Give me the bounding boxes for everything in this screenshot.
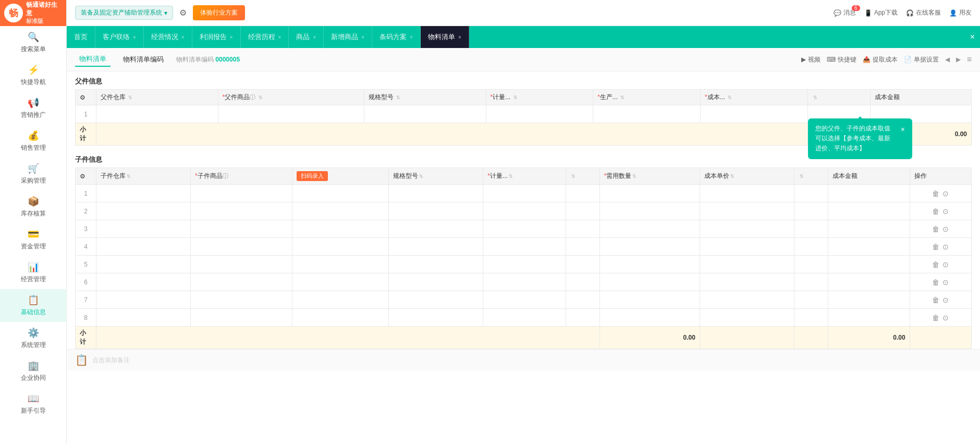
tab-operations[interactable]: 经营情况 × [144,26,192,48]
child-spec-cell-6[interactable] [389,273,483,291]
child-product-cell-6[interactable] [190,273,292,291]
close-tab-products[interactable]: × [313,34,316,40]
close-tab-operations[interactable]: × [181,34,185,40]
tab-customer[interactable]: 客户联络 × [95,26,144,48]
child-req-qty-cell-2[interactable] [599,202,700,220]
delete-row-btn[interactable]: 🗑 [932,314,939,322]
child-spec-cell-1[interactable] [389,185,483,202]
sidebar-item-sales[interactable]: 💰 销售管理 [0,125,66,158]
extract-cost-btn[interactable]: 📤 提取成本 [863,55,898,64]
close-tab-profit[interactable]: × [230,34,233,40]
parent-spec-cell[interactable] [364,105,486,123]
sidebar-item-inventory[interactable]: 📦 库存核算 [0,190,66,223]
child-spec-cell-2[interactable] [389,202,483,220]
tooltip-close-btn[interactable]: × [901,124,905,135]
tab-products[interactable]: 商品 × [289,26,324,48]
sidebar-item-finance[interactable]: 💳 资金管理 [0,223,66,256]
parent-cost-cell[interactable] [701,105,808,123]
copy-row-btn[interactable]: ⊙ [942,207,949,215]
app-download-btn[interactable]: 📱 App下载 [864,8,898,17]
sub-tab-bom-code[interactable]: 物料清单编码 [119,53,168,66]
online-service-btn[interactable]: 🎧 在线客服 [906,8,941,17]
parent-production-cell[interactable] [593,105,701,123]
delete-row-btn[interactable]: 🗑 [932,243,939,251]
user-btn[interactable]: 👤 用友 [949,8,972,17]
experience-btn[interactable]: 体验行业方案 [193,5,245,20]
sub-tab-bom-list[interactable]: 物料清单 [75,52,111,67]
delete-row-btn[interactable]: 🗑 [932,278,939,286]
child-unit-cell-3[interactable] [483,220,566,238]
copy-row-btn[interactable]: ⊙ [942,260,949,269]
video-btn[interactable]: ▶ 视频 [801,55,820,64]
child-unit-cell-1[interactable] [483,185,566,202]
copy-row-btn[interactable]: ⊙ [942,296,949,304]
child-req-qty-cell-4[interactable] [599,238,700,256]
child-spec-cell-7[interactable] [389,291,483,309]
copy-row-btn[interactable]: ⊙ [942,314,949,322]
child-spec-cell-5[interactable] [389,256,483,273]
child-req-qty-cell-8[interactable] [599,309,700,327]
tab-barcode[interactable]: 条码方案 × [372,26,421,48]
system-selector[interactable]: 装备及固定资产辅助管理系统 ▾ [75,6,173,20]
child-warehouse-cell-1[interactable] [96,185,191,202]
parent-unit-cell[interactable] [486,105,593,123]
sidebar-item-basic-info[interactable]: 📋 基础信息 [0,289,66,322]
sidebar-item-system[interactable]: ⚙️ 系统管理 [0,322,66,355]
sidebar-item-search[interactable]: 🔍 搜索菜单 [0,26,66,59]
close-tab-barcode[interactable]: × [410,34,413,40]
delete-row-btn[interactable]: 🗑 [932,260,939,269]
single-settings-btn[interactable]: 📄 单据设置 [904,55,939,64]
child-product-cell-1[interactable] [190,185,292,202]
child-spec-cell-8[interactable] [389,309,483,327]
sidebar-item-operations[interactable]: 📊 经营管理 [0,256,66,289]
sidebar-item-purchase[interactable]: 🛒 采购管理 [0,158,66,190]
sidebar-item-marketing[interactable]: 📢 营销推广 [0,92,66,125]
delete-row-btn[interactable]: 🗑 [932,296,939,304]
child-unit-cell-5[interactable] [483,256,566,273]
copy-row-btn[interactable]: ⊙ [942,225,949,233]
child-product-cell-8[interactable] [190,309,292,327]
child-unit-cell-8[interactable] [483,309,566,327]
messages-btn[interactable]: 💬 消息 6 [834,8,856,17]
copy-row-btn[interactable]: ⊙ [942,189,949,198]
nav-prev[interactable]: ◀ [945,56,950,63]
child-spec-cell-4[interactable] [389,238,483,256]
close-tab-history[interactable]: × [278,34,281,40]
child-warehouse-cell-3[interactable] [96,220,191,238]
sidebar-item-guide[interactable]: 📖 新手引导 [0,388,66,421]
child-warehouse-cell-8[interactable] [96,309,191,327]
child-product-cell-5[interactable] [190,256,292,273]
tab-profit[interactable]: 利润报告 × [192,26,241,48]
child-req-qty-cell-5[interactable] [599,256,700,273]
parent-product-cell[interactable] [218,105,364,123]
child-spec-cell-3[interactable] [389,220,483,238]
child-product-cell-2[interactable] [190,202,292,220]
child-product-cell-7[interactable] [190,291,292,309]
settings-icon[interactable]: ⚙ [179,8,187,18]
child-warehouse-cell-4[interactable] [96,238,191,256]
delete-row-btn[interactable]: 🗑 [932,225,939,233]
child-product-cell-4[interactable] [190,238,292,256]
child-product-cell-3[interactable] [190,220,292,238]
child-unit-cell-2[interactable] [483,202,566,220]
child-unit-cell-7[interactable] [483,291,566,309]
child-warehouse-cell-7[interactable] [96,291,191,309]
tab-home[interactable]: 首页 [67,26,95,48]
tab-history[interactable]: 经营历程 × [241,26,289,48]
tab-new-product[interactable]: 新增商品 × [324,26,372,48]
delete-row-btn[interactable]: 🗑 [932,189,939,198]
child-warehouse-cell-5[interactable] [96,256,191,273]
shortcut-btn[interactable]: ⌨ 快捷键 [827,55,856,64]
tabs-close-all[interactable]: × [965,32,980,42]
close-tab-new-product[interactable]: × [361,34,364,40]
copy-row-btn[interactable]: ⊙ [942,243,949,251]
close-tab-bom[interactable]: × [458,34,461,40]
child-req-qty-cell-1[interactable] [599,185,700,202]
child-warehouse-cell-6[interactable] [96,273,191,291]
menu-icon[interactable]: ≡ [967,55,972,64]
close-tab-customer[interactable]: × [133,34,136,40]
child-req-qty-cell-3[interactable] [599,220,700,238]
nav-next[interactable]: ▶ [956,56,961,63]
scan-input-btn[interactable]: 扫码录入 [297,171,328,181]
sidebar-item-enterprise[interactable]: 🏢 企业协同 [0,355,66,388]
